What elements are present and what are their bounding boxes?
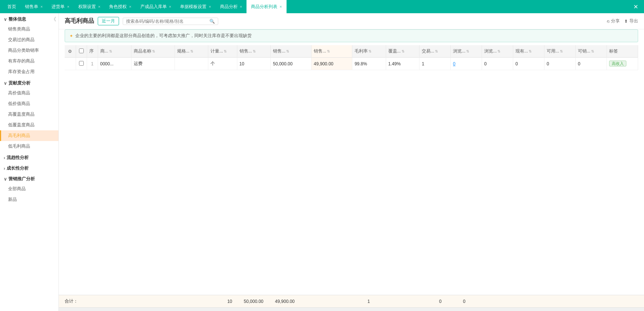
sidebar-item-in-stock-goods[interactable]: 有库存的商品	[0, 56, 58, 66]
sidebar-group-growth-arrow: ›	[4, 166, 5, 171]
cell-checkbox[interactable]	[76, 58, 87, 70]
col-coverage[interactable]: 覆盖...⇅	[386, 45, 419, 58]
col-current-stock-sort[interactable]: ⇅	[529, 49, 532, 53]
sidebar-group-growth[interactable]: › 成长性分析	[0, 162, 58, 173]
nav-purchase-order[interactable]: 进货单 ×	[47, 0, 73, 13]
col-spec-sort[interactable]: ⇅	[190, 49, 193, 53]
col-coverage-sort[interactable]: ⇅	[402, 49, 404, 53]
cell-browse1[interactable]: 0	[451, 58, 482, 70]
select-all-checkbox[interactable]	[79, 48, 84, 53]
col-sales-profit[interactable]: 销售...⇅	[312, 45, 352, 58]
col-gross-margin[interactable]: 毛利率⇅	[352, 45, 386, 58]
nav-product-warehousing[interactable]: 产成品入库单 ×	[136, 0, 176, 13]
sidebar-item-low-margin[interactable]: 低毛利商品	[0, 141, 58, 152]
top-navigation: 首页 销售单 × 进货单 × 权限设置 × 角色授权 × 产成品入库单 × 单据…	[0, 0, 644, 13]
cell-browse2: 0	[482, 58, 513, 70]
cell-settings	[65, 58, 76, 70]
sidebar-item-new-goods[interactable]: 新品	[0, 194, 58, 205]
col-available-stock[interactable]: 可用...⇅	[544, 45, 575, 58]
sidebar-item-low-value[interactable]: 低价值商品	[0, 98, 58, 109]
export-button[interactable]: ⬆ 导出	[624, 18, 638, 24]
tag-badge: 高收入	[609, 61, 626, 66]
sidebar-item-sales-goods[interactable]: 销售类商品	[0, 24, 58, 35]
nav-sales-order-close[interactable]: ×	[40, 4, 43, 9]
col-browse2-sort[interactable]: ⇅	[497, 49, 500, 53]
nav-template-settings-close[interactable]: ×	[209, 4, 211, 9]
nav-template-settings[interactable]: 单据模板设置 ×	[176, 0, 215, 13]
table-container: ⚙ 序 商...⇅ 商品名称⇅	[65, 45, 638, 295]
horizontal-scrollbar[interactable]	[59, 307, 644, 311]
col-sales-amount[interactable]: 销售...⇅	[271, 45, 312, 58]
col-index: 序	[87, 45, 98, 58]
table-footer: 合计： 10 50,000.00 49,900.00 1 0 0	[59, 295, 644, 307]
col-gross-margin-sort[interactable]: ⇅	[368, 49, 371, 53]
col-sales-qty-sort[interactable]: ⇅	[253, 49, 256, 53]
nav-product-analysis[interactable]: 商品分析 ×	[216, 0, 247, 13]
col-trade-count-sort[interactable]: ⇅	[435, 49, 438, 53]
nav-product-analysis-close[interactable]: ×	[240, 4, 242, 9]
sidebar-group-contribution[interactable]: ∨ 贡献度分析	[0, 77, 58, 88]
close-all-button[interactable]: ✕	[630, 3, 641, 10]
col-current-stock[interactable]: 现有...⇅	[513, 45, 544, 58]
sidebar-group-trend-arrow: ›	[4, 155, 5, 160]
nav-permission-settings-close[interactable]: ×	[98, 4, 100, 9]
search-input[interactable]	[126, 19, 209, 24]
col-code[interactable]: 商...⇅	[98, 45, 131, 58]
col-settings[interactable]: ⚙	[65, 45, 76, 58]
nav-role-auth[interactable]: 角色授权 ×	[105, 0, 136, 13]
sidebar-item-category-sales-rate[interactable]: 商品分类助销率	[0, 45, 58, 56]
sidebar-item-low-coverage[interactable]: 低覆盖度商品	[0, 120, 58, 130]
sidebar-item-high-coverage[interactable]: 高覆盖度商品	[0, 109, 58, 120]
footer-trade-count: 1	[349, 299, 373, 304]
row-checkbox[interactable]	[79, 61, 84, 66]
col-browse2[interactable]: 浏览...⇅	[482, 45, 513, 58]
sidebar-collapse-button[interactable]: 《	[51, 16, 56, 23]
cell-name: 运费	[131, 58, 175, 70]
col-sales-profit-sort[interactable]: ⇅	[327, 49, 330, 53]
sidebar-item-traded-goods[interactable]: 交易过的商品	[0, 35, 58, 45]
nav-product-analysis-list[interactable]: 商品分析列表 ×	[247, 0, 286, 13]
col-saleable[interactable]: 可销...⇅	[575, 45, 607, 58]
info-banner: ✦ 企业的主要的利润都是这部分商品创造的，可考虑加大推广，同时关注库存是不要出现…	[65, 29, 638, 42]
nav-role-auth-close[interactable]: ×	[129, 4, 131, 9]
settings-icon[interactable]: ⚙	[68, 49, 72, 54]
sidebar-item-high-value[interactable]: 高价值商品	[0, 88, 58, 98]
col-checkbox	[76, 45, 87, 58]
sidebar-item-high-margin[interactable]: 高毛利商品	[0, 130, 58, 141]
col-unit[interactable]: 计量...⇅	[208, 45, 237, 58]
col-trade-count[interactable]: 交易...⇅	[420, 45, 451, 58]
search-icon[interactable]: 🔍	[209, 19, 215, 24]
nav-permission-settings[interactable]: 权限设置 ×	[74, 0, 105, 13]
col-spec[interactable]: 规格...⇅	[175, 45, 208, 58]
sidebar-group-trend[interactable]: › 流趋性分析	[0, 152, 58, 162]
sidebar-group-marketing[interactable]: ∨ 营销推广分析	[0, 173, 58, 184]
col-saleable-sort[interactable]: ⇅	[591, 49, 594, 53]
nav-product-warehousing-close[interactable]: ×	[169, 4, 171, 9]
col-available-stock-sort[interactable]: ⇅	[560, 49, 563, 53]
content-header: 高毛利商品 近一月 🔍 ⎋ 分享 ⬆ 导出	[59, 13, 644, 29]
col-sales-qty[interactable]: 销售...⇅	[237, 45, 270, 58]
col-browse1[interactable]: 浏览...⇅	[451, 45, 482, 58]
page-title: 高毛利商品	[65, 17, 94, 25]
share-button[interactable]: ⎋ 分享	[607, 18, 620, 24]
col-name-sort[interactable]: ⇅	[152, 49, 155, 53]
col-code-sort[interactable]: ⇅	[109, 49, 112, 53]
nav-product-analysis-list-close[interactable]: ×	[280, 4, 282, 9]
col-name[interactable]: 商品名称⇅	[131, 45, 175, 58]
sidebar-item-inventory-fund[interactable]: 库存资金占用	[0, 66, 58, 77]
cell-gross-margin: 99.8%	[352, 58, 386, 70]
col-browse1-sort[interactable]: ⇅	[466, 49, 469, 53]
col-sales-amount-sort[interactable]: ⇅	[286, 49, 289, 53]
nav-sales-order[interactable]: 销售单 ×	[21, 0, 47, 13]
time-filter-button[interactable]: 近一月	[98, 17, 119, 25]
col-unit-sort[interactable]: ⇅	[224, 49, 227, 53]
browse1-link[interactable]: 0	[453, 61, 456, 66]
info-icon: ✦	[69, 33, 73, 39]
col-tag[interactable]: 标签	[607, 45, 638, 58]
sidebar-item-all-goods[interactable]: 全部商品	[0, 184, 58, 194]
cell-available-stock: 0	[544, 58, 575, 70]
sidebar-group-overall-info[interactable]: ∨ 整体信息	[0, 13, 58, 24]
nav-purchase-order-close[interactable]: ×	[67, 4, 69, 9]
cell-coverage: 1.49%	[386, 58, 419, 70]
nav-home[interactable]: 首页	[3, 0, 21, 13]
